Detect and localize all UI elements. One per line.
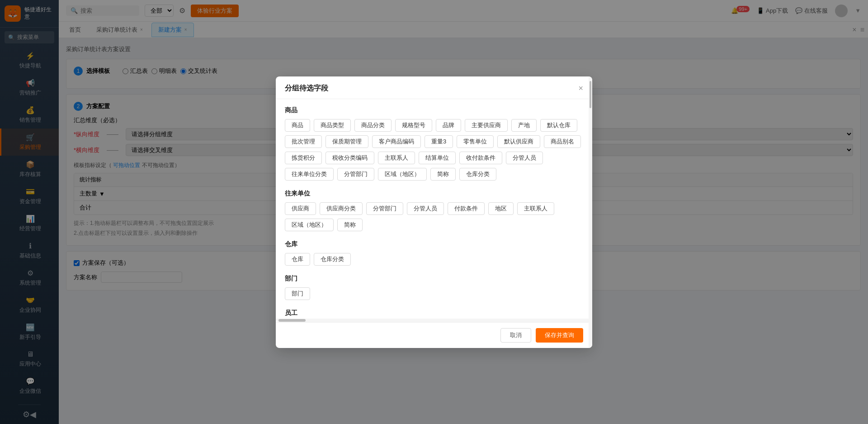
field-group-employee-title: 员工 — [285, 309, 583, 317]
field-tag[interactable]: 收付款条件 — [459, 152, 502, 164]
field-tag[interactable]: 往来单位分类 — [285, 168, 334, 181]
field-tag[interactable]: 商品类型 — [314, 119, 351, 132]
field-tag[interactable]: 供应商分类 — [320, 202, 363, 215]
field-tag[interactable]: 拣货积分 — [285, 152, 322, 164]
field-tag[interactable]: 主联系人 — [517, 202, 554, 215]
modal-vscroll-thumb — [590, 81, 591, 108]
field-tag[interactable]: 分管部门 — [366, 202, 403, 215]
field-tag[interactable]: 品牌 — [436, 119, 461, 132]
field-tags-warehouse: 仓库 仓库分类 — [285, 253, 583, 266]
field-tag[interactable]: 付款条件 — [448, 202, 485, 215]
field-tag[interactable]: 产地 — [511, 119, 537, 132]
modal-cancel-button[interactable]: 取消 — [500, 328, 531, 343]
field-tag[interactable]: 区域（地区） — [285, 219, 334, 231]
field-tags-product: 商品 商品类型 商品分类 规格型号 品牌 主要供应商 产地 默认仓库 批次管理 … — [285, 119, 583, 181]
modal-vscroll-track[interactable] — [589, 76, 592, 348]
field-tags-department: 部门 — [285, 287, 583, 300]
field-group-product: 商品 商品 商品类型 商品分类 规格型号 品牌 主要供应商 产地 默认仓库 批次… — [285, 106, 583, 181]
field-group-partner-title: 往来单位 — [285, 190, 583, 198]
field-group-employee: 员工 业务员 — [285, 309, 583, 319]
field-group-product-title: 商品 — [285, 106, 583, 114]
field-tag[interactable]: 零售单位 — [457, 135, 494, 148]
field-tag[interactable]: 结算单位 — [419, 152, 456, 164]
modal-confirm-button[interactable]: 保存并查询 — [536, 328, 583, 343]
field-tag[interactable]: 规格型号 — [395, 119, 432, 132]
field-tag[interactable]: 默认仓库 — [540, 119, 577, 132]
field-tag[interactable]: 商品别名 — [544, 135, 581, 148]
field-tag[interactable]: 客户商品编码 — [372, 135, 421, 148]
modal-close-button[interactable]: × — [578, 84, 583, 93]
field-group-partner: 往来单位 供应商 供应商分类 分管部门 分管人员 付款条件 地区 主联系人 区域… — [285, 190, 583, 231]
field-tag[interactable]: 简称 — [337, 219, 363, 231]
field-group-department: 部门 部门 — [285, 275, 583, 300]
modal: 分组待选字段 × 商品 商品 商品类型 商品分类 规格型号 品牌 主要供应商 产… — [276, 76, 592, 348]
field-tag[interactable]: 仓库 — [285, 253, 310, 266]
field-tag[interactable]: 供应商 — [285, 202, 316, 215]
field-tag[interactable]: 税收分类编码 — [326, 152, 374, 164]
field-group-department-title: 部门 — [285, 275, 583, 283]
field-tag[interactable]: 部门 — [285, 287, 310, 300]
field-tag[interactable]: 仓库分类 — [314, 253, 351, 266]
modal-header: 分组待选字段 × — [276, 76, 592, 99]
field-group-warehouse: 仓库 仓库 仓库分类 — [285, 240, 583, 266]
field-tag[interactable]: 批次管理 — [285, 135, 322, 148]
modal-body: 商品 商品 商品类型 商品分类 规格型号 品牌 主要供应商 产地 默认仓库 批次… — [276, 99, 592, 319]
field-tag[interactable]: 分管人员 — [506, 152, 543, 164]
field-tag[interactable]: 商品 — [285, 119, 310, 132]
field-tag[interactable]: 分管人员 — [407, 202, 444, 215]
field-tag[interactable]: 主要供应商 — [465, 119, 508, 132]
field-tag[interactable]: 简称 — [430, 168, 456, 181]
field-tag[interactable]: 地区 — [488, 202, 514, 215]
modal-hscroll-thumb — [278, 319, 306, 322]
modal-footer: 取消 保存并查询 — [276, 322, 592, 348]
field-tag[interactable]: 区域（地区） — [378, 168, 427, 181]
modal-hscroll[interactable] — [276, 319, 592, 322]
field-tag[interactable]: 主联系人 — [378, 152, 415, 164]
field-tag[interactable]: 保质期管理 — [326, 135, 368, 148]
field-group-warehouse-title: 仓库 — [285, 240, 583, 248]
modal-overlay: 分组待选字段 × 商品 商品 商品类型 商品分类 规格型号 品牌 主要供应商 产… — [0, 0, 868, 424]
field-tag[interactable]: 默认供应商 — [497, 135, 540, 148]
field-tag[interactable]: 分管部门 — [337, 168, 374, 181]
field-tag[interactable]: 重量3 — [425, 135, 453, 148]
field-tag[interactable]: 仓库分类 — [459, 168, 496, 181]
field-tag[interactable]: 商品分类 — [354, 119, 392, 132]
field-tags-partner: 供应商 供应商分类 分管部门 分管人员 付款条件 地区 主联系人 区域（地区） … — [285, 202, 583, 231]
modal-title: 分组待选字段 — [285, 84, 328, 93]
